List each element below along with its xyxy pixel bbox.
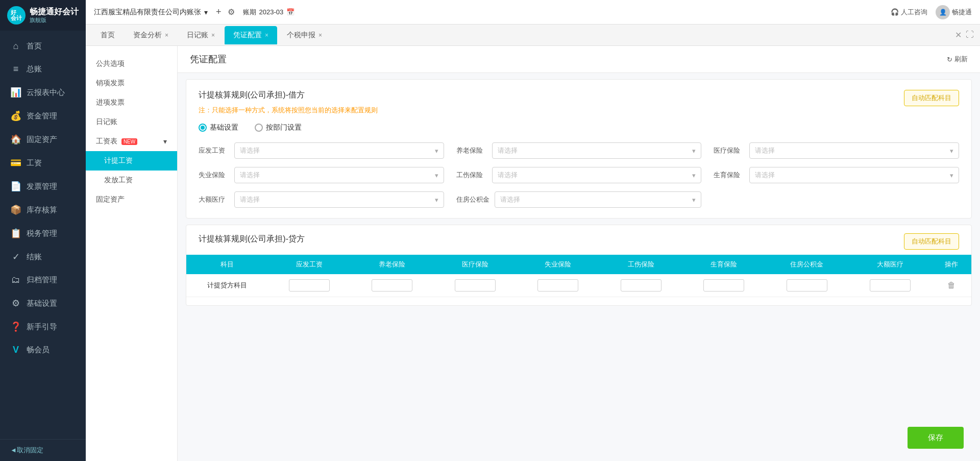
cell-pension	[351, 274, 434, 297]
tab-voucher-config[interactable]: 凭证配置 ×	[225, 26, 277, 44]
save-button[interactable]: 保存	[908, 427, 964, 449]
input-major-medical[interactable]	[870, 279, 911, 292]
main-area: 江西服宝精品有限责任公司内账张 ▾ + ⚙ 账期 2023-03 📅 🎧 人工咨…	[86, 0, 980, 461]
field-pension: 养老保险 请选择 ▾	[456, 142, 702, 159]
table-row: 计提贷方科目	[186, 274, 971, 297]
avatar-icon: 👤	[936, 5, 950, 19]
sidebar-item-home[interactable]: ⌂ 首页	[0, 35, 86, 58]
maternity-select[interactable]: 请选择 ▾	[749, 167, 959, 183]
left-panel-salary-payment[interactable]: 发放工资	[86, 171, 177, 190]
gross-salary-select[interactable]: 请选择 ▾	[234, 142, 444, 159]
tabbar: 首页 资金分析 × 日记账 × 凭证配置 × 个税申报 × ✕ ⛶	[86, 25, 980, 46]
cell-housing	[766, 274, 849, 297]
input-maternity[interactable]	[703, 279, 744, 292]
medical-select[interactable]: 请选择 ▾	[749, 142, 959, 159]
housing-fund-label: 住房公积金	[456, 195, 489, 204]
calendar-icon[interactable]: 📅	[286, 8, 295, 16]
cell-action: 🗑	[932, 274, 971, 297]
tab-journal-close[interactable]: ×	[211, 32, 215, 39]
major-medical-select[interactable]: 请选择 ▾	[234, 191, 444, 208]
left-panel-purchase-invoice[interactable]: 进项发票	[86, 93, 177, 112]
housing-fund-select[interactable]: 请选择 ▾	[495, 191, 702, 208]
input-gross-salary[interactable]	[289, 279, 330, 292]
sidebar-item-settings[interactable]: ⚙ 基础设置	[0, 292, 86, 315]
left-panel-salary-table[interactable]: 工资表 NEW ▾	[86, 132, 177, 151]
input-unemployment[interactable]	[537, 279, 578, 292]
left-panel-journal[interactable]: 日记账	[86, 112, 177, 132]
sidebar-logo: 好会计 畅捷通好会计 旗舰版	[0, 0, 86, 31]
medical-label: 医疗保险	[714, 146, 744, 155]
tab-journal[interactable]: 日记账 ×	[178, 26, 224, 44]
th-major-medical: 大额医疗	[848, 255, 932, 274]
left-panel-sales-invoice[interactable]: 销项发票	[86, 74, 177, 93]
debit-form-grid: 应发工资 请选择 ▾ 养老保险 请选择 ▾ 医疗	[199, 142, 959, 208]
sidebar-item-guide[interactable]: ❓ 新手引导	[0, 315, 86, 338]
tab-home[interactable]: 首页	[92, 26, 124, 44]
tab-tax-report[interactable]: 个税申报 ×	[278, 26, 331, 44]
pension-select[interactable]: 请选择 ▾	[492, 142, 702, 159]
pension-label: 养老保险	[456, 146, 487, 155]
unemployment-select[interactable]: 请选择 ▾	[234, 167, 444, 183]
tab-capital-label: 资金分析	[133, 31, 162, 40]
cell-maternity	[682, 274, 766, 297]
credit-section-title: 计提核算规则(公司承担)-贷方	[199, 234, 305, 245]
save-btn-container: 保存	[908, 427, 964, 449]
unemployment-label: 失业保险	[199, 171, 229, 180]
credit-section: 计提核算规则(公司承担)-贷方 自动匹配科目 科目 应发工资 养老保险 医疗保险…	[186, 225, 972, 306]
th-housing: 住房公积金	[766, 255, 849, 274]
delete-row-button[interactable]: 🗑	[947, 281, 955, 289]
refresh-icon: ↻	[947, 56, 952, 63]
home-icon: ⌂	[10, 41, 21, 52]
th-pension: 养老保险	[351, 255, 434, 274]
invoice-icon: 📄	[10, 181, 21, 192]
radio-basic-setting[interactable]: 基础设置	[199, 123, 238, 132]
sidebar-item-salary[interactable]: 💳 工资	[0, 151, 86, 175]
field-maternity: 生育保险 请选择 ▾	[714, 167, 959, 183]
tab-capital-analysis[interactable]: 资金分析 ×	[125, 26, 177, 44]
support-button[interactable]: 🎧 人工咨询	[891, 8, 927, 17]
tab-voucher-close[interactable]: ×	[265, 32, 268, 39]
sidebar-item-archive[interactable]: 🗂 归档管理	[0, 269, 86, 292]
sidebar-item-tax[interactable]: 📋 税务管理	[0, 222, 86, 245]
sidebar-item-capital[interactable]: 💰 资金管理	[0, 104, 86, 128]
input-medical[interactable]	[455, 279, 496, 292]
left-panel-fixed-assets[interactable]: 固定资产	[86, 190, 177, 209]
tab-expand-icon[interactable]: ⛶	[966, 30, 974, 40]
th-injury: 工伤保险	[600, 255, 683, 274]
tab-close-all-icon[interactable]: ✕	[955, 30, 962, 40]
debit-auto-match-button[interactable]: 自动匹配科目	[904, 90, 959, 106]
refresh-button[interactable]: ↻ 刷新	[947, 55, 968, 64]
credit-auto-match-button[interactable]: 自动匹配科目	[904, 233, 959, 250]
unpin-button[interactable]: ◄取消固定	[0, 439, 86, 461]
tab-capital-close[interactable]: ×	[165, 32, 168, 39]
user-profile[interactable]: 👤 畅捷通	[936, 5, 972, 19]
th-maternity: 生育保险	[682, 255, 766, 274]
input-pension[interactable]	[372, 279, 412, 292]
sidebar-menu: ⌂ 首页 ≡ 总账 📊 云报表中心 💰 资金管理 🏠 固定资产 💳 工资 📄 发…	[0, 31, 86, 439]
sidebar-item-member[interactable]: V 畅会员	[0, 338, 86, 361]
injury-select[interactable]: 请选择 ▾	[492, 167, 702, 183]
sidebar-item-invoice[interactable]: 📄 发票管理	[0, 175, 86, 198]
left-panel-salary-accrual[interactable]: 计提工资	[86, 151, 177, 171]
sidebar-item-reports[interactable]: 📊 云报表中心	[0, 81, 86, 104]
credit-table: 科目 应发工资 养老保险 医疗保险 失业保险 工伤保险 生育保险 住房公积金 大…	[186, 255, 971, 297]
input-injury[interactable]	[621, 279, 662, 292]
sidebar-item-assets[interactable]: 🏠 固定资产	[0, 128, 86, 151]
pension-chevron-icon: ▾	[692, 147, 696, 155]
topbar-right: 🎧 人工咨询 👤 畅捷通	[891, 5, 972, 19]
sidebar-item-close[interactable]: ✓ 结账	[0, 245, 86, 269]
company-selector[interactable]: 江西服宝精品有限责任公司内账张 ▾	[94, 8, 208, 17]
tab-tax-close[interactable]: ×	[318, 32, 322, 39]
input-housing[interactable]	[787, 279, 827, 292]
left-panel-public-options[interactable]: 公共选项	[86, 54, 177, 74]
inventory-icon: 📦	[10, 204, 21, 215]
sidebar-item-ledger[interactable]: ≡ 总账	[0, 58, 86, 81]
expand-icon: ▾	[163, 137, 167, 145]
add-company-button[interactable]: +	[216, 7, 222, 17]
salary-icon: 💳	[10, 157, 21, 168]
radio-dept-setting[interactable]: 按部门设置	[255, 123, 302, 132]
sidebar-item-inventory[interactable]: 📦 库存核算	[0, 198, 86, 222]
topbar-settings-icon[interactable]: ⚙	[228, 7, 235, 17]
debit-section: 计提核算规则(公司承担)-借方 注：只能选择一种方式，系统将按照您当前的选择来配…	[186, 79, 972, 219]
period-label: 账期	[243, 8, 256, 17]
